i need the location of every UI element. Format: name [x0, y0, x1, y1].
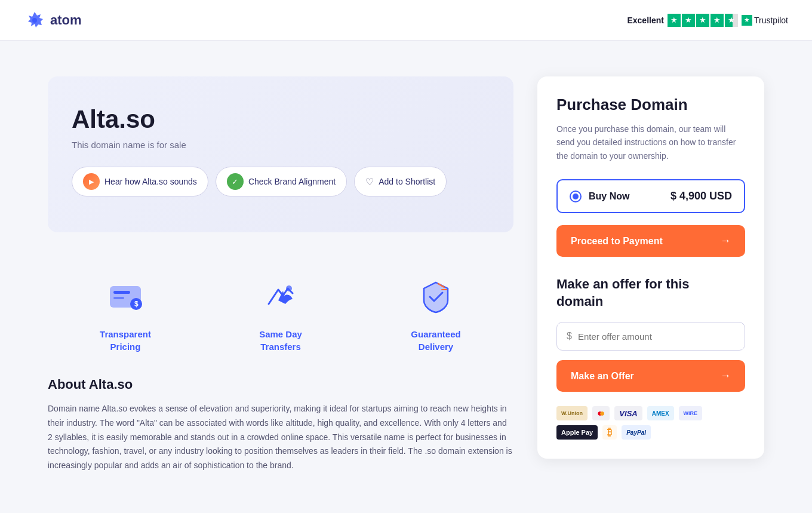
buy-option-left: Buy Now: [570, 191, 629, 202]
check-brand-button[interactable]: ✓ Check Brand Alignment: [216, 167, 347, 196]
trustpilot-stars: ★ ★ ★ ★ ★: [668, 14, 738, 27]
offer-title: Make an offer for thisdomain: [556, 276, 745, 310]
mastercard-logo: ● ●: [592, 406, 610, 420]
amex-logo: AMEX: [647, 406, 674, 420]
heart-icon: ♡: [365, 176, 374, 188]
offer-btn-label: Make an Offer: [571, 371, 634, 382]
bitcoin-logo: ₿: [602, 425, 617, 440]
transfers-icon: [262, 278, 300, 316]
star-5: ★: [725, 14, 738, 27]
svg-point-0: [32, 18, 37, 23]
features-section: $ TransparentPricing Same DayTransfers: [48, 251, 513, 365]
paypal-logo: PayPal: [622, 425, 651, 440]
offer-amount-input[interactable]: [578, 331, 735, 342]
pricing-icon: $: [106, 278, 144, 316]
star-3: ★: [696, 14, 709, 27]
check-brand-label: Check Brand Alignment: [248, 177, 336, 186]
buy-now-label: Buy Now: [589, 191, 629, 202]
hear-sound-button[interactable]: ▶ Hear how Alta.so sounds: [72, 167, 208, 196]
buy-now-option[interactable]: Buy Now $ 4,900 USD: [556, 179, 745, 213]
delivery-icon-wrap: [414, 275, 457, 318]
trustpilot-brand: ★ Trustpilot: [742, 15, 788, 26]
western-union-logo: W.Union: [556, 406, 588, 420]
logo-area: atom: [24, 10, 82, 31]
radio-selected-icon: [570, 191, 582, 202]
transfers-icon-wrap: [259, 275, 302, 318]
feature-transparent-pricing: $ TransparentPricing: [48, 275, 203, 353]
proceed-btn-label: Proceed to Payment: [571, 236, 663, 247]
header: atom Excellent ★ ★ ★ ★ ★ ★ Trustpilot: [0, 0, 812, 41]
star-4: ★: [710, 14, 724, 27]
star-1: ★: [668, 14, 681, 27]
apple-pay-logo: Apple Pay: [556, 425, 598, 440]
tp-star-icon: ★: [742, 15, 752, 26]
feature-same-day-transfers: Same DayTransfers: [203, 275, 358, 353]
purchase-description: Once you purchase this domain, our team …: [556, 122, 745, 162]
buy-price: $ 4,900 USD: [670, 190, 732, 202]
dollar-sign-icon: $: [567, 331, 572, 342]
svg-rect-3: [113, 291, 130, 294]
domain-title: Alta.so: [72, 105, 490, 134]
proceed-to-payment-button[interactable]: Proceed to Payment →: [556, 225, 745, 257]
offer-input-wrap: $: [556, 322, 745, 351]
domain-hero: Alta.so This domain name is for sale ▶ H…: [48, 76, 513, 232]
play-icon: ▶: [83, 173, 100, 190]
check-icon: ✓: [227, 173, 244, 190]
atom-logo-icon: [24, 10, 45, 31]
delivery-icon: [417, 278, 455, 316]
payment-logos: W.Union ● ● VISA AMEX WIRE Apple Pay ₿ P…: [556, 406, 745, 440]
about-title: About Alta.so: [48, 377, 513, 392]
left-panel: Alta.so This domain name is for sale ▶ H…: [48, 76, 513, 485]
svg-point-7: [286, 285, 292, 291]
proceed-arrow-icon: →: [720, 235, 731, 247]
star-2: ★: [682, 14, 695, 27]
feature-transfers-label: Same DayTransfers: [259, 328, 302, 353]
svg-text:$: $: [134, 300, 139, 308]
purchase-card: Purchase Domain Once you purchase this d…: [537, 76, 764, 459]
add-shortlist-button[interactable]: ♡ Add to Shortlist: [354, 167, 447, 196]
domain-subtitle: This domain name is for sale: [72, 140, 490, 150]
visa-logo: VISA: [614, 406, 642, 420]
make-offer-button[interactable]: Make an Offer →: [556, 360, 745, 392]
trustpilot-brand-name: Trustpilot: [754, 16, 788, 25]
action-buttons: ▶ Hear how Alta.so sounds ✓ Check Brand …: [72, 167, 490, 196]
main-content: Alta.so This domain name is for sale ▶ H…: [24, 41, 788, 509]
svg-rect-4: [113, 297, 124, 299]
offer-arrow-icon: →: [720, 370, 731, 382]
trustpilot-area: Excellent ★ ★ ★ ★ ★ ★ Trustpilot: [627, 14, 788, 27]
wire-logo: WIRE: [679, 406, 703, 420]
purchase-title: Purchase Domain: [556, 96, 745, 114]
radio-inner: [573, 193, 579, 199]
about-text: Domain name Alta.so evokes a sense of el…: [48, 402, 513, 473]
logo-text: atom: [50, 13, 82, 28]
hear-sound-label: Hear how Alta.so sounds: [104, 177, 197, 186]
feature-guaranteed-delivery: GuaranteedDelivery: [358, 275, 513, 353]
add-shortlist-label: Add to Shortlist: [379, 177, 435, 186]
about-section: About Alta.so Domain name Alta.so evokes…: [48, 365, 513, 485]
feature-delivery-label: GuaranteedDelivery: [411, 328, 460, 353]
trustpilot-label: Excellent: [627, 16, 663, 25]
pricing-icon-wrap: $: [104, 275, 147, 318]
feature-pricing-label: TransparentPricing: [100, 328, 151, 353]
right-panel: Purchase Domain Once you purchase this d…: [537, 76, 764, 459]
